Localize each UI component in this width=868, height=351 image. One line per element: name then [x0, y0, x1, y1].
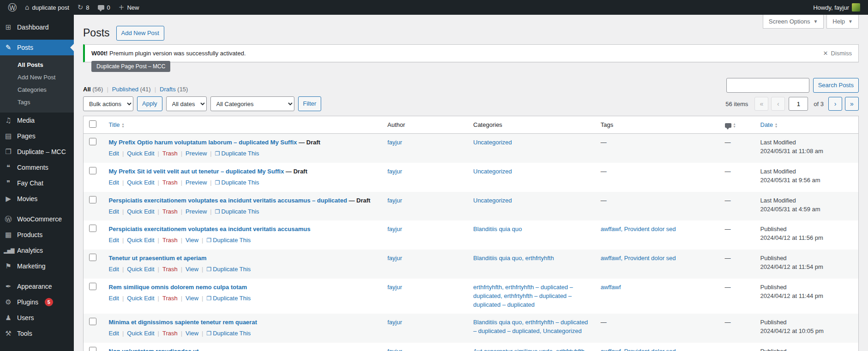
action-duplicate-this[interactable]: ❐Duplicate This — [206, 265, 251, 274]
filter-all[interactable]: All (56) — [83, 86, 103, 93]
action-view[interactable]: View — [186, 265, 198, 274]
action-edit[interactable]: Edit — [109, 329, 119, 338]
tags-link[interactable]: awffawf — [601, 284, 621, 291]
action-edit[interactable]: Edit — [109, 236, 119, 245]
action-view[interactable]: View — [186, 294, 198, 303]
action-quick-edit[interactable]: Quick Edit — [127, 236, 154, 245]
my-account-menu[interactable]: Howdy, fayjur — [809, 0, 864, 15]
search-input[interactable] — [726, 78, 809, 93]
new-content-menu[interactable]: + New — [114, 0, 144, 15]
row-checkbox[interactable] — [89, 196, 96, 203]
sidebar-item-woocommerce[interactable]: Ⓦ WooCommerce — [0, 211, 74, 227]
row-checkbox[interactable] — [89, 138, 96, 145]
row-checkbox[interactable] — [89, 225, 96, 232]
post-title-link[interactable]: My Prefix Optio harum voluptatum laborum… — [109, 139, 297, 146]
sidebar-item-posts[interactable]: ✎ Posts — [0, 40, 74, 55]
add-new-post-button[interactable]: Add New Post — [116, 26, 164, 41]
action-edit[interactable]: Edit — [109, 265, 119, 274]
action-edit[interactable]: Edit — [109, 294, 119, 303]
action-view[interactable]: View — [186, 329, 198, 338]
action-quick-edit[interactable]: Quick Edit — [127, 149, 154, 158]
wordpress-menu[interactable]: Ⓦ — [4, 0, 21, 15]
row-checkbox[interactable] — [89, 347, 96, 351]
current-page-input[interactable] — [789, 97, 808, 111]
action-duplicate-this[interactable]: ❐Duplicate This — [206, 329, 251, 338]
row-checkbox[interactable] — [89, 167, 96, 174]
action-duplicate-this[interactable]: ❐Duplicate This — [215, 178, 259, 187]
post-title-link[interactable]: Perspiciatis exercitationem voluptates e… — [109, 226, 311, 232]
action-trash[interactable]: Trash — [162, 265, 178, 274]
sidebar-item-marketing[interactable]: ⚑ Marketing — [0, 258, 74, 274]
action-trash[interactable]: Trash — [162, 149, 178, 158]
action-quick-edit[interactable]: Quick Edit — [127, 208, 154, 216]
sidebar-item-analytics[interactable]: ▂▅▇ Analytics — [0, 243, 74, 258]
filter-drafts[interactable]: Drafts (15) — [160, 86, 188, 93]
tags-link[interactable]: awffawf, Provident dolor sed — [601, 255, 676, 262]
site-name-menu[interactable]: ⌂ duplicate post — [21, 0, 73, 15]
comments-menu[interactable]: 0 — [94, 0, 114, 15]
action-trash[interactable]: Trash — [162, 294, 178, 303]
row-checkbox[interactable] — [89, 283, 96, 290]
screen-options-button[interactable]: Screen Options ▼ — [763, 15, 824, 29]
categories-filter-select[interactable]: All Categories — [210, 96, 294, 111]
post-title-link[interactable]: Rem similique omnis dolorem nemo culpa t… — [109, 284, 247, 291]
action-preview[interactable]: Preview — [186, 208, 207, 216]
sidebar-item-tools[interactable]: ⚒ Tools — [0, 326, 74, 341]
submenu-item-add-new-post[interactable]: Add New Post — [0, 71, 74, 83]
search-posts-button[interactable]: Search Posts — [813, 78, 859, 93]
sidebar-item-users[interactable]: ♟ Users — [0, 310, 74, 326]
sidebar-item-fay-chat[interactable]: ❞ Fay Chat — [0, 175, 74, 191]
sidebar-item-comments[interactable]: ❝ Comments — [0, 160, 74, 175]
action-edit[interactable]: Edit — [109, 149, 119, 158]
action-quick-edit[interactable]: Quick Edit — [127, 178, 154, 187]
bulk-actions-select[interactable]: Bulk actions — [83, 96, 133, 111]
action-trash[interactable]: Trash — [162, 329, 178, 338]
tags-link[interactable]: awffawf, Provident dolor sed — [601, 226, 676, 232]
sidebar-item-dashboard[interactable]: ⊞ Dashboard — [0, 19, 74, 35]
sidebar-item-duplicate-mcc[interactable]: ❐ Duplicate – MCC — [0, 144, 74, 160]
action-quick-edit[interactable]: Quick Edit — [127, 265, 154, 274]
help-button[interactable]: Help ▼ — [826, 15, 859, 29]
column-header-title[interactable]: Title▴▾ — [104, 116, 383, 134]
author-link[interactable]: fayjur — [388, 319, 402, 326]
dismiss-notice-button[interactable]: ✕ Dismiss — [823, 50, 852, 57]
author-link[interactable]: fayjur — [388, 197, 402, 204]
action-edit[interactable]: Edit — [109, 208, 119, 216]
action-duplicate-this[interactable]: ❐Duplicate This — [215, 149, 259, 158]
action-quick-edit[interactable]: Quick Edit — [127, 329, 154, 338]
action-preview[interactable]: Preview — [186, 149, 207, 158]
post-title-link[interactable]: Minima et dignissimos sapiente tenetur r… — [109, 319, 257, 326]
sidebar-item-movies[interactable]: ▶ Movies — [0, 191, 74, 207]
author-link[interactable]: fayjur — [388, 168, 402, 175]
post-title-link[interactable]: Tenetur ut praesentium et aperiam — [109, 255, 207, 262]
next-page-button[interactable]: › — [828, 97, 842, 111]
categories-link[interactable]: erthfrtyhfth, erthfrtyhfth – duplicated … — [473, 284, 573, 308]
action-duplicate-this[interactable]: ❐Duplicate This — [206, 294, 251, 303]
action-trash[interactable]: Trash — [162, 236, 178, 245]
categories-link[interactable]: Uncategorized — [473, 139, 512, 146]
updates-menu[interactable]: ↻ 8 — [73, 0, 94, 15]
submenu-item-all-posts[interactable]: All Posts — [0, 59, 74, 71]
categories-link[interactable]: Aut aspernatur similique unde, erthfrtyh… — [473, 348, 587, 351]
post-title-link[interactable]: My Prefix Sit id velit velit aut ut tene… — [109, 168, 284, 175]
author-link[interactable]: fayjur — [388, 139, 402, 146]
sidebar-item-products[interactable]: ▦ Products — [0, 227, 74, 243]
filter-published[interactable]: Published (41) — [112, 86, 151, 93]
select-all-checkbox[interactable] — [89, 120, 96, 128]
action-trash[interactable]: Trash — [162, 208, 178, 216]
author-link[interactable]: fayjur — [388, 348, 402, 351]
row-checkbox[interactable] — [89, 254, 96, 261]
author-link[interactable]: fayjur — [388, 226, 402, 232]
action-view[interactable]: View — [186, 236, 198, 245]
last-page-button[interactable]: » — [845, 97, 859, 111]
post-title-link[interactable]: Perspiciatis exercitationem voluptates e… — [109, 197, 347, 204]
action-preview[interactable]: Preview — [186, 178, 207, 187]
apply-button[interactable]: Apply — [137, 96, 162, 111]
categories-link[interactable]: Uncategorized — [473, 197, 512, 204]
tags-link[interactable]: awffawf, Provident dolor sed — [601, 348, 676, 351]
column-header-comments[interactable]: ▴▾ — [720, 116, 756, 134]
column-header-date[interactable]: Date▴▾ — [756, 116, 859, 134]
sidebar-item-appearance[interactable]: ✒ Appearance — [0, 279, 74, 294]
author-link[interactable]: fayjur — [388, 284, 402, 291]
action-duplicate-this[interactable]: ❐Duplicate This — [206, 236, 251, 245]
